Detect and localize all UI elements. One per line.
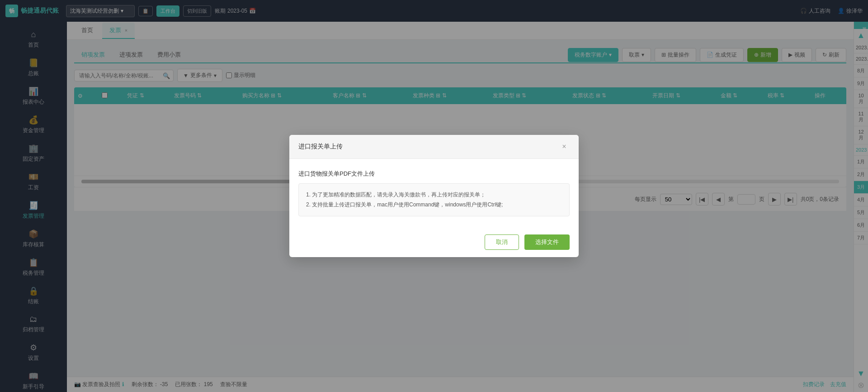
modal-title: 进口报关单上传 xyxy=(298,143,343,151)
cancel-button[interactable]: 取消 xyxy=(485,234,519,250)
close-icon: × xyxy=(562,143,566,151)
select-file-button[interactable]: 选择文件 xyxy=(524,234,570,250)
upload-info-item-1: 1. 为了更加精准的数据匹配，请先录入海关缴款书，再上传对应的报关单； xyxy=(306,190,562,200)
modal-body: 进口货物报关单PDF文件上传 1. 为了更加精准的数据匹配，请先录入海关缴款书，… xyxy=(289,159,579,227)
upload-info-box: 1. 为了更加精准的数据匹配，请先录入海关缴款书，再上传对应的报关单； 2. 支… xyxy=(298,183,570,216)
modal-header: 进口报关单上传 × xyxy=(289,135,579,159)
modal-footer: 取消 选择文件 xyxy=(289,227,579,257)
modal-overlay: 进口报关单上传 × 进口货物报关单PDF文件上传 1. 为了更加精准的数据匹配，… xyxy=(0,0,868,392)
upload-info-item-2: 2. 支持批量上传进口报关单，mac用户使用Command键，windows用户… xyxy=(306,200,562,210)
upload-section-title: 进口货物报关单PDF文件上传 xyxy=(298,170,570,178)
modal-close-button[interactable]: × xyxy=(559,141,570,152)
import-customs-modal: 进口报关单上传 × 进口货物报关单PDF文件上传 1. 为了更加精准的数据匹配，… xyxy=(289,135,579,257)
